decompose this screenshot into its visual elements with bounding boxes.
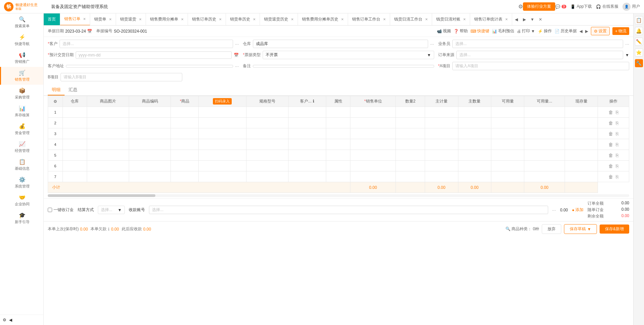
tab-sales-order[interactable]: 销售订单 ✕	[60, 13, 90, 26]
copy-row-1-btn[interactable]: ⎘	[615, 109, 619, 116]
sidebar-item-finance[interactable]: 💰 资金管理	[0, 120, 43, 138]
tab-close-sales-return-history[interactable]: ✕	[253, 17, 256, 21]
salesperson-input[interactable]: 选择...	[452, 40, 623, 48]
tab-close-sales-order-stats[interactable]: ✕	[505, 17, 508, 21]
sidebar-item-enterprise[interactable]: 🤝 企业协同	[0, 192, 43, 209]
sidebar-item-quick-nav[interactable]: ⚡ 快捷导航	[0, 31, 43, 49]
message-icon[interactable]: 💬 9	[555, 4, 566, 9]
warehouse-more-btn[interactable]: ···	[430, 41, 434, 47]
tab-sales-fee-split-history[interactable]: 销售费用分摊单历史 ✕	[298, 13, 348, 26]
tab-sales-return[interactable]: 销货单 ✕	[90, 13, 116, 26]
tab-sales-return-history[interactable]: 销货单历史 ✕	[226, 13, 260, 26]
row-warehouse-2[interactable]	[63, 118, 87, 128]
tab-close-cash-daily-workbench[interactable]: ✕	[425, 17, 428, 21]
tab-home[interactable]: 首页	[44, 13, 60, 26]
sidebar-item-purchase[interactable]: 📦 采购管理	[0, 85, 43, 103]
tab-sales-fee-split[interactable]: 销售费用分摊单 ✕	[146, 13, 188, 26]
detail-tab-detail[interactable]: 明细	[48, 85, 65, 95]
tab-sales-refund[interactable]: 销货退货 ✕	[116, 13, 146, 26]
row-qty2-2[interactable]	[396, 118, 425, 128]
delete-row-5-btn[interactable]: 🗑	[608, 152, 614, 159]
discard-btn[interactable]: 放弃	[542, 224, 561, 234]
row-goods-1[interactable]	[171, 107, 198, 118]
row-warehouse-3[interactable]	[63, 128, 87, 139]
setting-btn[interactable]: ⚙ 设置	[591, 27, 610, 35]
sidebar-item-marketing[interactable]: 📢 营销推广	[0, 49, 43, 67]
add-goods-btn[interactable]: + 物流	[612, 27, 629, 35]
date-picker-icon[interactable]: 📅	[234, 53, 239, 57]
sidebar-collapse-icon[interactable]: ◀	[9, 318, 12, 322]
doc-date-value[interactable]: 2023-03-24	[65, 29, 86, 34]
tab-next-btn[interactable]: ▶	[520, 13, 528, 26]
row-spec-1[interactable]	[247, 107, 289, 118]
industry-btn[interactable]: 体验行业方案	[523, 2, 555, 11]
user-avatar[interactable]: 👤 用户	[622, 3, 640, 11]
sidebar-item-basic-info[interactable]: 📋 基础信息	[0, 156, 43, 174]
tab-close-sales-return[interactable]: ✕	[109, 17, 112, 21]
tab-close-all-btn[interactable]: ✕	[536, 13, 544, 26]
save-draft-chevron-icon[interactable]: ▼	[587, 227, 591, 232]
tab-sales-order-history[interactable]: 销售订单历史 ✕	[188, 13, 226, 26]
sidebar-item-operation[interactable]: 📈 经营管理	[0, 138, 43, 156]
row-code-2[interactable]	[129, 118, 171, 128]
table-scrollbar[interactable]	[48, 194, 629, 197]
tab-close-cash-daily-reconcile[interactable]: ✕	[463, 17, 466, 21]
row-custcode-2[interactable]	[288, 118, 326, 128]
customer-input[interactable]: 选择...	[60, 40, 233, 48]
save-new-btn[interactable]: 保存&新增	[600, 225, 629, 234]
row-unit-1[interactable]	[350, 107, 396, 118]
account-more-btn[interactable]: ···	[552, 207, 556, 213]
copy-row-7-btn[interactable]: ⎘	[615, 173, 619, 180]
row-attr-1[interactable]	[326, 107, 350, 118]
tab-close-sales-fee-split[interactable]: ✕	[181, 17, 184, 21]
th-settings[interactable]: ⚙	[48, 96, 63, 107]
delete-row-4-btn[interactable]: 🗑	[608, 141, 614, 148]
tab-cash-daily-workbench[interactable]: 钱货日清工作台 ✕	[390, 13, 432, 26]
save-draft-btn[interactable]: 保存草稿 ▼	[564, 224, 597, 234]
tab-sales-order-workbench[interactable]: 销售订单工作台 ✕	[348, 13, 390, 26]
tab-menu-btn[interactable]: ▼	[528, 13, 536, 26]
b-project-input[interactable]: 请输入B项目	[61, 73, 182, 81]
toolbar-shortcut[interactable]: ⌨ 快捷键	[470, 28, 489, 34]
remark-input[interactable]	[253, 65, 434, 68]
row-goods-2[interactable]	[171, 118, 198, 128]
row-attr-2[interactable]	[326, 118, 350, 128]
invoice-type-select[interactable]: 不开票 ▼	[263, 51, 434, 59]
th-scan[interactable]: 扫码录入	[198, 96, 246, 107]
delete-row-3-btn[interactable]: 🗑	[608, 130, 614, 137]
row-custcode-1[interactable]	[288, 107, 326, 118]
tab-close-sales-order-workbench[interactable]: ✕	[383, 17, 386, 21]
tab-close-sales-refund-history[interactable]: ✕	[291, 17, 294, 21]
sidebar-settings-icon[interactable]: ⚙	[3, 318, 6, 322]
app-download-btn[interactable]: 📱 App下载	[570, 4, 592, 9]
row-code-1[interactable]	[129, 107, 171, 118]
tab-close-sales-fee-split-history[interactable]: ✕	[341, 17, 344, 21]
delete-row-2-btn[interactable]: 🗑	[608, 120, 614, 126]
row-qty2-1[interactable]	[396, 107, 425, 118]
tab-sales-order-stats[interactable]: 销售订单统计表 ✕	[470, 13, 512, 26]
rp-icon-3[interactable]: ✏️	[635, 38, 643, 46]
tab-close-sales-refund[interactable]: ✕	[139, 17, 142, 21]
copy-row-2-btn[interactable]: ⎘	[615, 120, 619, 126]
row-spec-2[interactable]	[247, 118, 289, 128]
settings-icon[interactable]: ⚙	[518, 3, 523, 10]
customer-more-btn[interactable]: ···	[235, 41, 239, 47]
toolbar-operation[interactable]: ⚡ 操作	[538, 28, 552, 34]
expected-date-input[interactable]: yyyy-mm-dd	[76, 51, 232, 59]
tab-close-sales-order-history[interactable]: ✕	[219, 17, 222, 21]
row-mainqty-2[interactable]	[458, 118, 491, 128]
sidebar-item-guide[interactable]: 🎓 新手引导	[0, 209, 43, 227]
row-unit-2[interactable]	[350, 118, 396, 128]
toolbar-history[interactable]: 📄 历史单据	[555, 28, 577, 34]
copy-row-5-btn[interactable]: ⎘	[615, 152, 619, 159]
toolbar-profit[interactable]: 📊 毛利预估	[492, 28, 514, 34]
delete-row-6-btn[interactable]: 🗑	[608, 163, 614, 169]
warehouse-input[interactable]: 成品库	[253, 40, 428, 48]
delete-row-7-btn[interactable]: 🗑	[608, 173, 614, 180]
sidebar-item-search[interactable]: 🔍 搜索菜单	[0, 13, 43, 31]
scan-btn[interactable]: 扫码录入	[213, 98, 232, 105]
tab-cash-daily-reconcile[interactable]: 钱货日清对账 ✕	[432, 13, 470, 26]
customer-address-input[interactable]	[66, 65, 233, 68]
row-warehouse-1[interactable]	[63, 107, 87, 118]
sidebar-item-system[interactable]: ⚙️ 系统管理	[0, 174, 43, 192]
